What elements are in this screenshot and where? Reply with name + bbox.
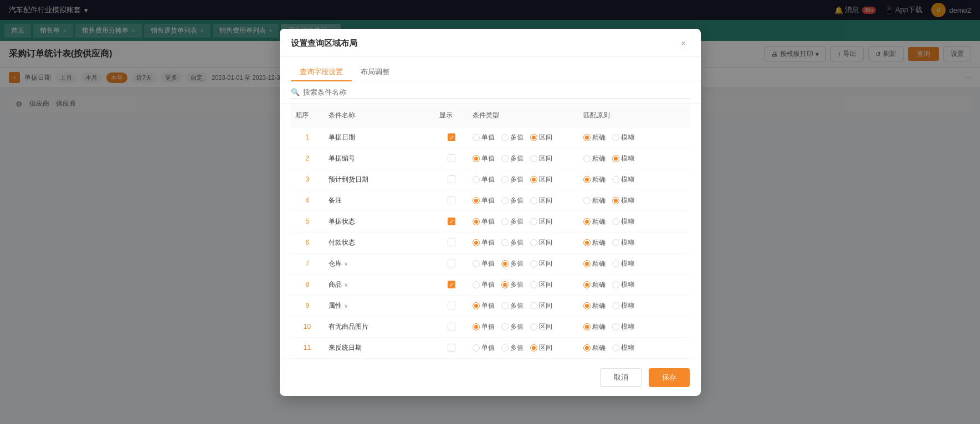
tab-layout-adjust-label: 布局调整 bbox=[361, 68, 389, 76]
tab-query-fields[interactable]: 查询字段设置 bbox=[291, 64, 352, 81]
search-icon: 🔍 bbox=[291, 88, 300, 96]
dialog-close-button[interactable]: × bbox=[678, 38, 689, 50]
dialog-table: 顺序 条件名称 显示 条件类型 匹配原则 1单据日期单值多值区间精确模糊2单据编… bbox=[280, 104, 701, 121]
dialog-title: 设置查询区域布局 bbox=[291, 38, 357, 49]
col-head-rule: 匹配原则 bbox=[579, 108, 690, 121]
table-head: 顺序 条件名称 显示 条件类型 匹配原则 bbox=[291, 104, 690, 121]
col-head-display: 显示 bbox=[435, 108, 468, 121]
dialog-search-area: 🔍 bbox=[280, 81, 701, 104]
dialog-header: 设置查询区域布局 × bbox=[280, 29, 701, 57]
col-head-order: 顺序 bbox=[291, 108, 324, 121]
dialog-tabs: 查询字段设置 布局调整 bbox=[280, 57, 701, 81]
col-head-name: 条件名称 bbox=[324, 108, 435, 121]
col-head-type: 条件类型 bbox=[468, 108, 579, 121]
modal-overlay: 设置查询区域布局 × 查询字段设置 布局调整 🔍 顺序 条件名称 bbox=[0, 0, 980, 120]
tab-query-fields-label: 查询字段设置 bbox=[300, 68, 343, 76]
tab-layout-adjust[interactable]: 布局调整 bbox=[352, 64, 398, 81]
search-underline: 🔍 bbox=[291, 88, 690, 99]
settings-dialog: 设置查询区域布局 × 查询字段设置 布局调整 🔍 顺序 条件名称 bbox=[280, 29, 701, 121]
search-input[interactable] bbox=[303, 88, 690, 96]
